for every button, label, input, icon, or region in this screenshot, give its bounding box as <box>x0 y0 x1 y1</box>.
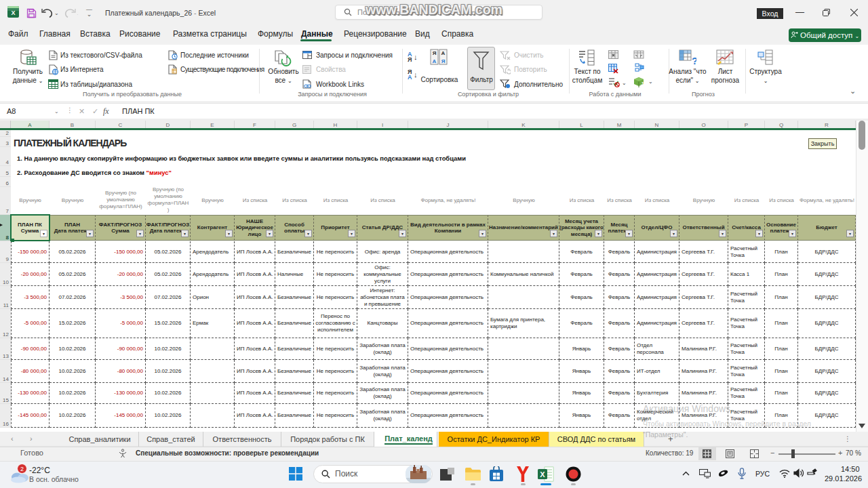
svg-text:А: А <box>441 50 446 56</box>
svg-text:X: X <box>540 470 545 479</box>
svg-text:Я: Я <box>433 50 437 56</box>
svg-text:?: ? <box>692 55 696 66</box>
svg-text:J: J <box>641 81 644 86</box>
svg-text:А: А <box>433 58 437 64</box>
svg-text:Я: Я <box>441 58 446 64</box>
svg-text:X: X <box>11 9 15 16</box>
